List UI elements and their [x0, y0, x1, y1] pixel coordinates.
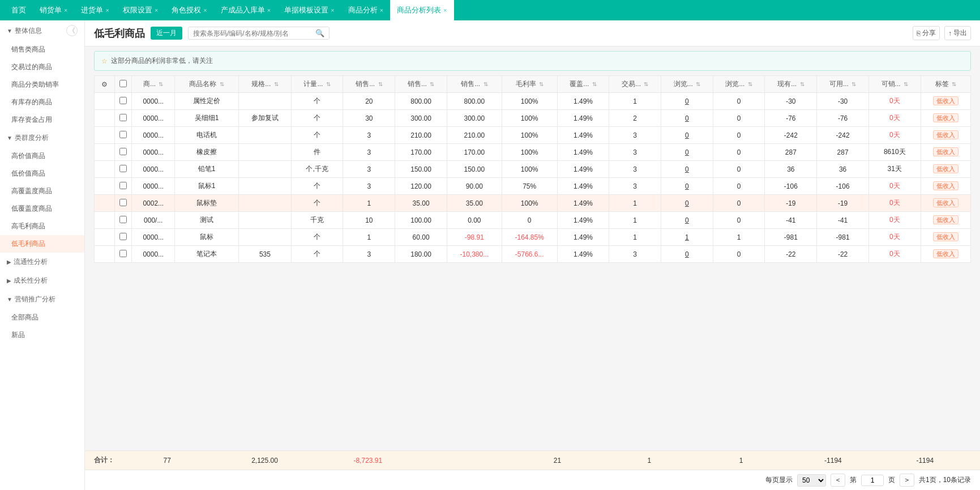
- row-checkbox[interactable]: [119, 97, 127, 104]
- close-icon[interactable]: ×: [443, 7, 447, 14]
- sidebar-item-low-value[interactable]: 低价值商品: [0, 165, 84, 182]
- close-icon[interactable]: ×: [331, 7, 334, 14]
- collapse-btn[interactable]: 《: [66, 25, 78, 36]
- cell-checkbox[interactable]: [115, 229, 132, 246]
- footer-available: -1194: [908, 457, 942, 465]
- cell-view1[interactable]: 0: [661, 246, 713, 263]
- sidebar-group-cluster[interactable]: ▼ 类群度分析: [0, 129, 84, 147]
- next-page-button[interactable]: ＞: [900, 474, 914, 487]
- sidebar-item-low-coverage[interactable]: 低覆盖度商品: [0, 200, 84, 218]
- cell-tag: 低收入: [921, 161, 970, 178]
- col-coverage[interactable]: 覆盖... ⇅: [557, 76, 609, 93]
- row-checkbox[interactable]: [119, 250, 127, 257]
- cell-view1[interactable]: 1: [661, 229, 713, 246]
- nav-purchase[interactable]: 进货单 ×: [74, 0, 115, 20]
- cell-view1[interactable]: 0: [661, 161, 713, 178]
- cell-saleable: 0天: [868, 127, 921, 144]
- close-icon[interactable]: ×: [203, 7, 207, 14]
- nav-home[interactable]: 首页: [5, 0, 33, 20]
- cell-view2: 1: [713, 229, 765, 246]
- cell-checkbox[interactable]: [115, 93, 132, 110]
- row-checkbox[interactable]: [119, 148, 127, 155]
- cell-checkbox[interactable]: [115, 110, 132, 127]
- share-button[interactable]: ⎘ 分享: [913, 26, 940, 40]
- row-checkbox[interactable]: [119, 131, 127, 138]
- cell-checkbox[interactable]: [115, 212, 132, 229]
- row-checkbox[interactable]: [119, 165, 127, 172]
- row-checkbox[interactable]: [119, 199, 127, 206]
- sidebar-group-growth[interactable]: ▶ 成长性分析: [0, 271, 84, 290]
- close-icon[interactable]: ×: [64, 7, 67, 14]
- export-button[interactable]: ↑ 导出: [944, 26, 971, 40]
- cell-view1[interactable]: 0: [661, 178, 713, 195]
- col-available[interactable]: 可用... ⇅: [817, 76, 869, 93]
- cell-view1[interactable]: 0: [661, 212, 713, 229]
- sidebar-item-traded-goods[interactable]: 交易过的商品: [0, 58, 84, 76]
- nav-roles[interactable]: 角色授权 ×: [165, 0, 213, 20]
- select-all-checkbox[interactable]: [119, 80, 127, 87]
- close-icon[interactable]: ×: [155, 7, 158, 14]
- col-gross-margin[interactable]: 毛利率 ⇅: [502, 76, 557, 93]
- sidebar-item-sales-goods[interactable]: 销售类商品: [0, 41, 84, 58]
- close-icon[interactable]: ×: [267, 7, 271, 14]
- col-sales-profit[interactable]: 销售... ⇅: [447, 76, 502, 93]
- close-icon[interactable]: ×: [105, 7, 109, 14]
- sidebar-group-overall[interactable]: ▼ 整体信息 《: [0, 20, 84, 41]
- sidebar-item-high-coverage[interactable]: 高覆盖度商品: [0, 182, 84, 200]
- close-icon[interactable]: ×: [380, 7, 383, 14]
- cell-view1[interactable]: 0: [661, 144, 713, 161]
- col-unit[interactable]: 计量... ⇅: [291, 76, 343, 93]
- sidebar-group-marketing[interactable]: ▼ 营销推广分析: [0, 290, 84, 309]
- data-table: ⚙ 商... ⇅ 商品名称 ⇅ 规格... ⇅ 计量... ⇅ 销售... ⇅ …: [94, 75, 971, 263]
- cell-view1[interactable]: 0: [661, 195, 713, 212]
- sidebar-item-new-goods[interactable]: 新品: [0, 326, 84, 344]
- page-input[interactable]: [861, 475, 884, 486]
- cell-view1[interactable]: 0: [661, 110, 713, 127]
- col-settings[interactable]: ⚙: [95, 76, 115, 93]
- sidebar-group-circulation[interactable]: ▶ 流通性分析: [0, 253, 84, 271]
- cell-view2: 0: [713, 127, 765, 144]
- row-checkbox[interactable]: [119, 216, 127, 223]
- sidebar-item-category-rate[interactable]: 商品分类助销率: [0, 76, 84, 93]
- col-view1[interactable]: 浏览... ⇅: [661, 76, 713, 93]
- nav-permissions[interactable]: 权限设置 ×: [116, 0, 165, 20]
- nav-products[interactable]: 产成品入库单 ×: [214, 0, 277, 20]
- cell-checkbox[interactable]: [115, 161, 132, 178]
- nav-templates[interactable]: 单据模板设置 ×: [277, 0, 341, 20]
- filter-button[interactable]: 近一月: [151, 27, 182, 40]
- col-view2[interactable]: 浏览... ⇅: [713, 76, 765, 93]
- search-box: 🔍: [188, 27, 329, 40]
- search-icon[interactable]: 🔍: [315, 29, 324, 37]
- search-input[interactable]: [193, 29, 315, 37]
- col-current-stock[interactable]: 现有... ⇅: [765, 76, 817, 93]
- col-spec[interactable]: 规格... ⇅: [239, 76, 292, 93]
- nav-analysis[interactable]: 商品分析 ×: [341, 0, 390, 20]
- nav-sales[interactable]: 销货单 ×: [33, 0, 74, 20]
- sidebar-item-instock-goods[interactable]: 有库存的商品: [0, 93, 84, 111]
- sidebar-item-all-goods[interactable]: 全部商品: [0, 309, 84, 326]
- col-code[interactable]: 商... ⇅: [132, 76, 175, 93]
- cell-view1[interactable]: 0: [661, 127, 713, 144]
- col-name[interactable]: 商品名称 ⇅: [175, 76, 239, 93]
- sidebar-item-stock-funds[interactable]: 库存资金占用: [0, 111, 84, 129]
- sidebar-item-high-margin[interactable]: 高毛利商品: [0, 218, 84, 235]
- row-checkbox[interactable]: [119, 114, 127, 121]
- cell-checkbox[interactable]: [115, 195, 132, 212]
- col-tag[interactable]: 标签 ⇅: [921, 76, 970, 93]
- cell-checkbox[interactable]: [115, 178, 132, 195]
- sidebar-item-high-value[interactable]: 高价值商品: [0, 147, 84, 165]
- cell-checkbox[interactable]: [115, 127, 132, 144]
- cell-checkbox[interactable]: [115, 246, 132, 263]
- page-size-select[interactable]: 50 20 100: [797, 474, 826, 487]
- cell-view1[interactable]: 0: [661, 93, 713, 110]
- sidebar-item-low-margin[interactable]: 低毛利商品: [0, 235, 84, 253]
- cell-checkbox[interactable]: [115, 144, 132, 161]
- prev-page-button[interactable]: ＜: [831, 474, 845, 487]
- col-sales-qty[interactable]: 销售... ⇅: [343, 76, 395, 93]
- nav-analysis-list[interactable]: 商品分析列表 ×: [390, 0, 453, 20]
- col-trans[interactable]: 交易... ⇅: [609, 76, 661, 93]
- row-checkbox[interactable]: [119, 233, 127, 240]
- col-sales-amount[interactable]: 销售... ⇅: [395, 76, 447, 93]
- row-checkbox[interactable]: [119, 182, 127, 189]
- col-saleable[interactable]: 可销... ⇅: [868, 76, 921, 93]
